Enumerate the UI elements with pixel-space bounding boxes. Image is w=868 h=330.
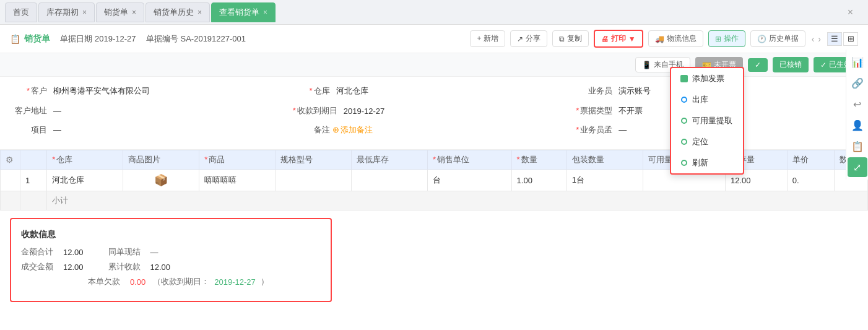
sold-button[interactable]: 已核销 — [773, 57, 809, 72]
row-settings — [1, 170, 20, 191]
print-icon: 🖨 — [601, 35, 609, 43]
dropdown-refresh[interactable]: 刷新 — [671, 152, 743, 173]
total-received-label: 累计收款 — [108, 261, 145, 272]
staff2-value: — — [615, 124, 630, 136]
payment-title: 收款信息 — [21, 229, 321, 240]
subtotal-empty — [20, 191, 47, 211]
total-received-value: 12.00 — [150, 263, 171, 272]
subtotal-settings — [1, 191, 20, 211]
new-button[interactable]: + 新增 — [470, 30, 505, 47]
due-date-field: 收款到期日 2019-12-27 — [293, 105, 576, 117]
doc-date-label: 单据日期 — [60, 33, 92, 45]
col-product: 商品 — [199, 150, 276, 170]
list-view-btn[interactable]: ☰ — [827, 32, 842, 46]
staff2-label: 业务员孟 — [575, 124, 612, 136]
circle-icon — [681, 118, 687, 124]
prev-arrow[interactable]: ‹ — [810, 34, 816, 44]
tab-inventory[interactable]: 库存期初 × — [38, 2, 95, 22]
doc-meta: 单据日期 2019-12-27 单据编号 SA-20191227-001 — [60, 33, 246, 45]
share-button[interactable]: ↗ 分享 — [510, 30, 547, 47]
dropdown-outbound[interactable]: 出库 — [671, 89, 743, 110]
col-product-img: 商品图片 — [123, 150, 199, 170]
sidebar-link-icon[interactable]: 🔗 — [848, 73, 867, 93]
next-arrow[interactable]: › — [817, 34, 822, 44]
subtotal-label: 小计 — [47, 191, 868, 211]
deal-amount-label: 成交金额 — [21, 261, 58, 272]
project-label: 项目 — [10, 124, 47, 136]
print-button[interactable]: 🖨 打印 ▼ — [594, 30, 643, 48]
col-spec: 规格型号 — [276, 150, 352, 170]
same-order-settle-value: — — [150, 248, 158, 257]
view-toggle: ☰ ⊞ — [827, 32, 858, 46]
dropdown-add-invoice-label: 添加发票 — [692, 73, 724, 84]
plus-icon: ⊕ — [332, 125, 339, 134]
row-unit: 台 — [428, 170, 512, 191]
check-icon: ✓ — [755, 61, 761, 69]
current-owed-field — [21, 276, 63, 287]
project-value: — — [50, 124, 65, 136]
address-label: 客户地址 — [10, 105, 47, 116]
warehouse-field: 仓库 河北仓库 — [293, 84, 576, 98]
outbound-icon — [680, 95, 688, 104]
tab-view-sales-close[interactable]: × — [263, 8, 267, 17]
copy-icon: ⧉ — [559, 35, 565, 43]
customer-field: 客户 柳州粤港平安气体有限公司 — [10, 84, 293, 98]
owed-label: 本单欠款 — [88, 276, 125, 287]
locate-icon — [680, 137, 688, 146]
operate-icon: ⊞ — [715, 35, 721, 43]
staff-label: 业务员 — [575, 85, 612, 97]
col-unit: 销售单位 — [428, 150, 512, 170]
copy-button[interactable]: ⧉ 复制 — [552, 30, 589, 47]
square-icon — [680, 75, 688, 82]
tab-sales-label: 销货单 — [104, 7, 128, 18]
dropdown-refresh-label: 刷新 — [692, 157, 708, 168]
tab-view-sales[interactable]: 查看销货单 × — [211, 2, 276, 22]
subtotal-row: 小计 — [1, 191, 868, 211]
row-product-img: 📦 — [123, 170, 199, 191]
operate-button[interactable]: ⊞ 操作 — [708, 30, 745, 47]
sidebar-expand-icon[interactable]: ⤢ — [848, 157, 867, 177]
tab-sales-history[interactable]: 销货单历史 × — [145, 2, 210, 22]
sidebar-return-icon[interactable]: ↩ — [848, 94, 867, 114]
project-field: 项目 — — [10, 124, 293, 136]
tab-sales[interactable]: 销货单 × — [96, 2, 144, 22]
dropdown-menu: 添加发票 出库 可用量提取 定位 刷新 — [670, 67, 744, 175]
sidebar-user-icon[interactable]: 👤 — [848, 115, 867, 135]
dropdown-locate-label: 定位 — [692, 136, 708, 147]
tab-sales-close[interactable]: × — [132, 8, 136, 17]
payment-row-1: 金额合计 12.00 同单现结 — — [21, 246, 321, 258]
owed-note-close: ） — [261, 276, 269, 287]
tab-view-sales-label: 查看销货单 — [219, 7, 259, 18]
dropdown-add-invoice[interactable]: 添加发票 — [671, 68, 743, 89]
staff-value: 演示账号 — [615, 84, 654, 98]
tab-sales-history-close[interactable]: × — [197, 8, 202, 17]
sidebar-doc-icon[interactable]: 📋 — [848, 136, 867, 156]
col-warehouse: 仓库 — [47, 150, 123, 170]
due-date-label: 收款到期日 — [293, 105, 337, 116]
dropdown-locate[interactable]: 定位 — [671, 131, 743, 152]
note-label: 备注 — [293, 124, 330, 136]
sidebar-chart-icon[interactable]: 📊 — [848, 52, 867, 72]
doc-number-field: 单据编号 SA-20191227-001 — [146, 33, 246, 45]
history-button[interactable]: 🕐 历史单据 — [750, 30, 805, 47]
customer-value[interactable]: 柳州粤港平安气体有限公司 — [50, 84, 154, 98]
add-note-button[interactable]: ⊕ 添加备注 — [332, 124, 373, 136]
warehouse-value[interactable]: 河北仓库 — [332, 84, 372, 98]
doc-date-value: 2019-12-27 — [95, 34, 136, 43]
col-settings[interactable]: ⚙ — [1, 150, 20, 170]
tab-home[interactable]: 首页 — [5, 2, 37, 22]
due-date-value[interactable]: 2019-12-27 — [340, 105, 389, 117]
dropdown-outbound-label: 出库 — [692, 94, 708, 105]
dropdown-available-qty[interactable]: 可用量提取 — [671, 110, 743, 131]
gear-icon[interactable]: ⚙ — [6, 155, 14, 165]
check-button[interactable]: ✓ — [748, 58, 768, 72]
available-qty-icon — [680, 116, 688, 125]
window-close-button[interactable]: × — [848, 7, 853, 18]
logistics-button[interactable]: 🚚 物流信息 — [648, 30, 703, 47]
amount-total-field: 金额合计 12.00 — [21, 246, 84, 258]
col-unit-price: 单价 — [787, 150, 835, 170]
owed-value: 0.00 — [130, 277, 145, 287]
tab-inventory-close[interactable]: × — [82, 8, 87, 17]
grid-view-btn[interactable]: ⊞ — [843, 32, 858, 46]
deal-amount-field: 成交金额 12.00 — [21, 261, 84, 272]
